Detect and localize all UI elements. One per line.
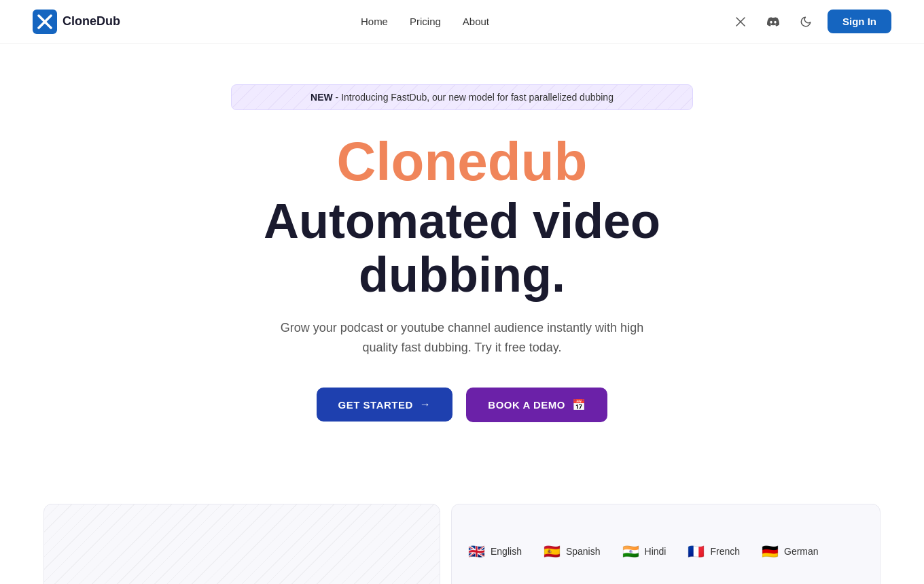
banner-text: NEW - Introducing FastDub, our new model… — [248, 92, 676, 103]
language-label-german: German — [784, 546, 819, 557]
flag-french: 🇫🇷 — [688, 543, 705, 560]
bottom-preview-section: 🇬🇧 English 🇪🇸 Spanish 🇮🇳 Hindi 🇫🇷 French… — [0, 504, 924, 584]
flag-hindi: 🇮🇳 — [622, 543, 639, 560]
preview-card-languages: 🇬🇧 English 🇪🇸 Spanish 🇮🇳 Hindi 🇫🇷 French… — [451, 504, 881, 584]
get-started-button[interactable]: GET STARTED → — [317, 388, 453, 422]
get-started-label: GET STARTED — [338, 399, 413, 411]
hero-section: NEW - Introducing FastDub, our new model… — [0, 44, 924, 449]
new-badge: NEW — [310, 92, 333, 103]
language-item-hindi: 🇮🇳 Hindi — [622, 543, 667, 560]
nav-link-about[interactable]: About — [463, 16, 489, 27]
hero-title-line2: dubbing. — [359, 247, 565, 302]
logo-icon — [33, 10, 57, 34]
flag-german: 🇩🇪 — [762, 543, 779, 560]
book-demo-label: BOOK A DEMO — [488, 399, 565, 411]
new-announcement-banner: NEW - Introducing FastDub, our new model… — [231, 84, 693, 110]
language-item-english: 🇬🇧 English — [468, 543, 522, 560]
navbar: CloneDub Home Pricing About Sign In — [0, 0, 924, 44]
dark-mode-toggle[interactable] — [795, 11, 817, 33]
discord-icon-button[interactable] — [762, 11, 784, 33]
hero-cta-group: GET STARTED → BOOK A DEMO 📅 — [317, 388, 608, 422]
hero-subtitle: Grow your podcast or youtube channel aud… — [272, 318, 652, 358]
language-item-french: 🇫🇷 French — [688, 543, 740, 560]
book-demo-button[interactable]: BOOK A DEMO 📅 — [466, 388, 607, 422]
banner-body-text: - Introducing FastDub, our new model for… — [333, 92, 614, 103]
nav-logo[interactable]: CloneDub — [33, 10, 120, 34]
nav-link-pricing[interactable]: Pricing — [410, 16, 441, 27]
logo-text: CloneDub — [63, 14, 120, 29]
language-label-french: French — [710, 546, 740, 557]
flag-english: 🇬🇧 — [468, 543, 485, 560]
hero-title-line1: Automated video — [264, 194, 660, 248]
twitter-icon-button[interactable] — [730, 11, 751, 33]
language-label-english: English — [491, 546, 522, 557]
language-label-hindi: Hindi — [645, 546, 667, 557]
preview-card-left — [43, 504, 440, 584]
arrow-right-icon: → — [420, 398, 431, 411]
calendar-icon: 📅 — [572, 398, 586, 411]
nav-link-home[interactable]: Home — [361, 16, 388, 27]
hero-title-main: Automated video dubbing. — [264, 194, 660, 302]
language-item-spanish: 🇪🇸 Spanish — [544, 543, 601, 560]
sign-in-button[interactable]: Sign In — [828, 10, 891, 33]
nav-right: Sign In — [730, 10, 891, 33]
nav-links: Home Pricing About — [361, 16, 489, 27]
language-label-spanish: Spanish — [566, 546, 601, 557]
hero-title-brand: Clonedub — [337, 135, 588, 189]
language-item-german: 🇩🇪 German — [762, 543, 819, 560]
flag-spanish: 🇪🇸 — [544, 543, 561, 560]
